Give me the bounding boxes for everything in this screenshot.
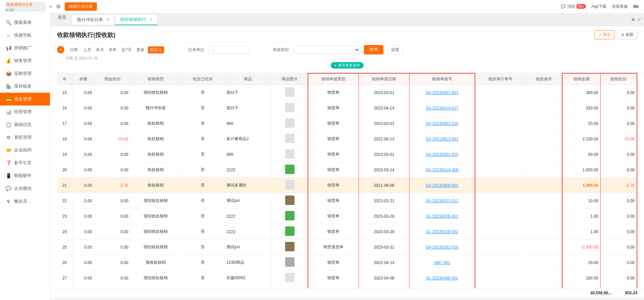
verify-doc-no-link[interactable]: SA-20230321-012 <box>426 199 458 203</box>
message-label: 消息 <box>567 4 575 9</box>
verify-doc-no-link[interactable]: SA-20210808-001 <box>426 183 458 188</box>
cash-discount: 0.00 <box>94 209 130 224</box>
date-btn-custom[interactable]: 自定义 <box>148 46 164 53</box>
tab-collection[interactable]: 收款核销执行 ✕ <box>115 14 158 25</box>
verify-doc-no-link[interactable]: SA-20230414-017 <box>426 106 458 111</box>
include-settled: 否 <box>181 193 224 209</box>
tab-home[interactable]: 首页 <box>53 14 71 25</box>
verify-type: 预收款核销 <box>130 255 181 270</box>
sidebar-item-label: 企业协同 <box>14 147 32 153</box>
horizontal-scrollbar[interactable] <box>50 297 644 300</box>
date-btn-more[interactable]: 更多 <box>135 46 146 53</box>
counterparty-input[interactable] <box>208 46 249 54</box>
sidebar-item-baseinfo[interactable]: 📋 基础信息 <box>0 118 50 131</box>
receipt-order-no <box>475 147 526 162</box>
verify-doc-no: SA-20230414-017 <box>409 100 475 116</box>
window-maximize-icon[interactable]: ⤢ <box>637 16 641 23</box>
table-row: 25 0.00 0.00 现结收款核销 否 测试jun 销货退货单 2023-0… <box>57 240 637 255</box>
table-footer: 40,556,66... 952.24 <box>50 288 644 297</box>
sidebar-item-smarthw[interactable]: 📱 智能硬件 <box>0 169 50 182</box>
filter-settings-button[interactable]: 设置 <box>387 45 403 54</box>
export-button[interactable]: ↗ 导出 <box>594 30 614 39</box>
col-verify-doc-type: 核销单据类型 <box>308 73 359 85</box>
receipt-order-no <box>475 193 526 209</box>
date-btn-lastmonth[interactable]: 上月 <box>82 46 93 53</box>
product: 多计量商品2 <box>224 131 272 147</box>
verify-doc-no-link[interactable]: SL-20230328-002 <box>426 229 458 234</box>
product: 老白干 <box>224 100 272 116</box>
doc-type-select[interactable] <box>293 45 360 54</box>
receipt-condition <box>526 100 562 116</box>
verify-doc-no: SA-20230301-001 <box>409 85 475 100</box>
verify-type: 预付冲应收 <box>130 100 181 116</box>
sidebar-item-marketing[interactable]: 📢 营销推广 <box>0 42 50 54</box>
industry-solution-button[interactable]: 体验行业方案 <box>65 2 97 11</box>
verify-doc-no-link[interactable]: SA-20230301-001 <box>426 90 458 95</box>
verify-amount: 20.00 <box>562 255 600 270</box>
table-row: 22 0.00 0.00 现结收款核销 否 测试jun 销货单 2023-03-… <box>57 193 637 209</box>
date-btn-thisyear[interactable]: 本年 <box>107 46 118 53</box>
verify-doc-no-link[interactable]: SA-20210813-001 <box>426 137 458 141</box>
date-btn-7days[interactable]: 近7天 <box>120 46 133 53</box>
verify-doc-no-link[interactable]: SA-20230331-026 <box>426 245 458 250</box>
chevron-down-icon[interactable]: ▾ <box>50 4 52 9</box>
table-row: 16 0.00 0.00 预付冲应收 否 老白干 销货单 2023-04-14 … <box>57 100 637 116</box>
refresh-button[interactable]: ↺ 刷新 <box>617 30 637 39</box>
sidebar-item-purchase[interactable]: 📦 采购管理 <box>0 67 50 80</box>
verify-doc-type: 销货单 <box>308 224 359 240</box>
sidebar-item-member[interactable]: V 畅会员 <box>0 195 50 208</box>
verify-doc-no-link[interactable]: ABC-001 <box>434 260 450 265</box>
col-gear[interactable]: ⚙ <box>57 73 72 85</box>
sidebar-item-sysmanage[interactable]: ⚙ 系统管理 <box>0 131 50 144</box>
receipt-condition <box>526 85 562 100</box>
sidebar-item-search[interactable]: 🔍 搜索菜单 <box>0 16 50 29</box>
verify-discount: 0.00 <box>600 286 637 289</box>
product-image <box>285 226 294 236</box>
tab-prepay-close[interactable]: ✕ <box>106 17 109 22</box>
product: 2222 <box>224 286 272 289</box>
sidebar-item-enterprise[interactable]: 🤝 企业协同 <box>0 144 50 157</box>
doc-type-label: 单据类型 <box>273 47 289 53</box>
sidebar-item-quicknav[interactable]: ⌂ 快捷导航 <box>0 29 50 42</box>
sidebar-item-newguide[interactable]: ❓ 新手引导 <box>0 157 50 169</box>
receipt-condition <box>526 240 562 255</box>
verify-doc-no-link[interactable]: SA-20230301-010 <box>426 152 458 157</box>
verify-discount: 0.00 <box>600 270 637 286</box>
query-button[interactable]: 查询 <box>364 45 383 54</box>
product-img-cell <box>272 131 308 147</box>
export-label: 导出 <box>603 32 611 38</box>
verify-doc-date: 2023-03-01 <box>359 147 409 162</box>
verify-doc-no-link[interactable]: SL-20230328-001 <box>426 214 458 219</box>
message-icon[interactable]: 💬 消息 99+ <box>561 4 586 9</box>
refresh-label: 刷新 <box>626 32 634 38</box>
verify-doc-no-link[interactable]: SL-20230408-001 <box>426 276 458 281</box>
settings-icon[interactable]: ⚙ <box>56 3 61 10</box>
online-service-link[interactable]: 在线客服 <box>612 4 628 9</box>
verify-amount: -2,430.00 <box>562 240 600 255</box>
app-download-link[interactable]: App下载 <box>591 4 606 9</box>
sidebar-item-fund[interactable]: 💳 资金管理 <box>0 93 50 105</box>
sidebar-item-wechat[interactable]: 💬 企业微信 <box>0 182 50 195</box>
window-close-icon[interactable]: ✕ <box>631 16 635 23</box>
tab-collection-close[interactable]: ✕ <box>150 17 153 22</box>
row-no: 25 <box>57 240 72 255</box>
wechat-icon: 💬 <box>5 185 11 191</box>
sidebar-item-inventory[interactable]: 🏪 库存核算 <box>0 80 50 93</box>
row-no: 18 <box>57 131 72 147</box>
date-filter-options: 上月 本月 本年 近7天 更多 自定义 <box>82 46 164 53</box>
receipt-order-no <box>475 178 526 193</box>
filter-collapse-arrow[interactable]: » <box>57 46 64 53</box>
sidebar-item-sales[interactable]: 💰 销售管理 <box>0 54 50 67</box>
verify-type: 现结收款核销 <box>130 286 181 289</box>
balance: 0.00 <box>72 116 94 131</box>
product-img-cell <box>272 147 308 162</box>
row-no: 28 <box>57 286 72 289</box>
col-verify-amount: 核销金额 <box>562 73 600 85</box>
verify-type: 收款核销 <box>130 162 181 178</box>
verify-doc-no-link[interactable]: SA-20230301-010 <box>426 121 458 126</box>
expand-more-button[interactable]: ∨ 展开更多条件 <box>331 62 364 69</box>
verify-doc-no-link[interactable]: SA-20230314-008 <box>426 168 458 172</box>
sidebar-item-bizmanage[interactable]: 📊 经营管理 <box>0 105 50 118</box>
date-btn-thismonth[interactable]: 本月 <box>95 46 105 53</box>
tab-prepay[interactable]: 预付冲应付单 ✕ <box>72 14 114 25</box>
